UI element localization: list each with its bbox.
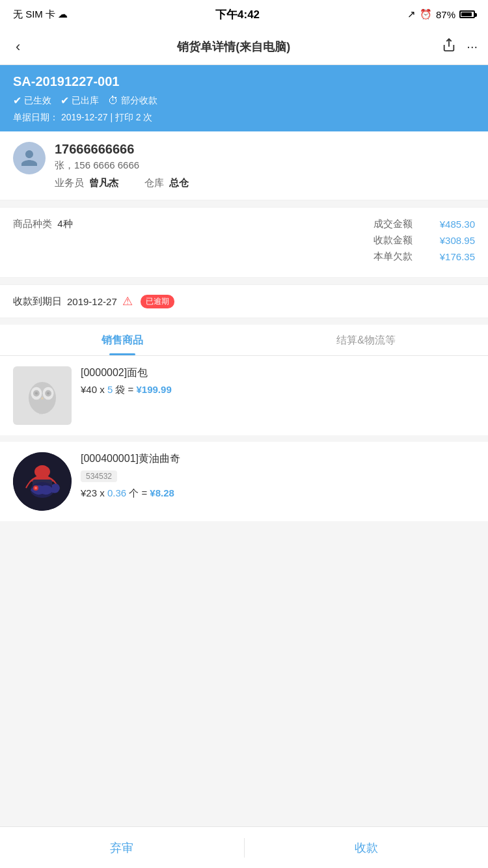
badge-shipped: ✔ 已出库 <box>61 94 99 107</box>
confirm-button[interactable]: 收款 <box>245 830 489 866</box>
amounts: 成交金额 ¥485.30 收款金额 ¥308.95 本单欠款 ¥176.35 <box>373 218 475 267</box>
tabs-section: 销售商品 结算&物流等 <box>0 325 488 356</box>
avatar <box>13 142 46 174</box>
product-price-1: ¥40 x 5 袋 = ¥199.99 <box>81 384 475 396</box>
cancel-button[interactable]: 弃审 <box>0 830 244 866</box>
alarm-icon: ⏰ <box>420 8 432 20</box>
price-value-1: ¥40 <box>81 384 97 395</box>
owl-icon: 品+ <box>20 373 65 418</box>
battery-icon <box>459 10 475 18</box>
price-x-2: x <box>100 487 107 498</box>
clock-icon: ⏱ <box>108 95 118 107</box>
customer-name: 17666666666 <box>55 142 475 157</box>
page-title: 销货单详情(来自电脑) <box>177 39 290 55</box>
summary-row: 商品种类 4种 成交金额 ¥485.30 收款金额 ¥308.95 本单欠款 ¥… <box>13 218 475 267</box>
product-item-2: [000400001]黄油曲奇 534532 ¥23 x 0.36 个 = ¥8… <box>0 442 488 521</box>
product-sku-badge: 534532 <box>81 470 117 482</box>
total-2: ¥8.28 <box>150 487 174 498</box>
qty-value-2: 0.36 <box>107 487 126 498</box>
due-date-value: 2019-12-27 <box>67 296 117 307</box>
header-banner: SA-20191227-001 ✔ 已生效 ✔ 已出库 ⏱ 部分收款 单据日期：… <box>0 65 488 131</box>
header-badges: ✔ 已生效 ✔ 已出库 ⏱ 部分收款 <box>13 94 475 107</box>
summary-section: 商品种类 4种 成交金额 ¥485.30 收款金额 ¥308.95 本单欠款 ¥… <box>0 207 488 278</box>
unit-1: 袋 <box>115 384 125 395</box>
deal-amount: 成交金额 ¥485.30 <box>373 218 475 230</box>
svg-point-7 <box>47 392 49 394</box>
product-name-1: [0000002]面包 <box>81 366 475 380</box>
product-list: 品+ [0000002]面包 ¥40 x 5 袋 = ¥199.99 <box>0 356 488 580</box>
customer-phone: 张，156 6666 6666 <box>55 159 475 172</box>
due-section: 收款到期日 2019-12-27 ⚠ 已逾期 <box>0 284 488 318</box>
status-left: 无 SIM 卡 ☁ <box>13 8 68 21</box>
equals-1: = <box>128 384 137 395</box>
product-name-2: [000400001]黄油曲奇 <box>81 452 475 466</box>
status-right: ↗ ⏰ 87% <box>407 8 475 20</box>
product-image-2 <box>13 452 72 511</box>
battery-level: 87% <box>436 9 455 20</box>
product-info-1: [0000002]面包 ¥40 x 5 袋 = ¥199.99 <box>81 366 475 396</box>
product-info-2: [000400001]黄油曲奇 534532 ¥23 x 0.36 个 = ¥8… <box>81 452 475 500</box>
badge-partial-payment: ⏱ 部分收款 <box>108 95 157 107</box>
person-icon <box>20 148 39 168</box>
check-icon-shipped: ✔ <box>61 94 69 107</box>
price-x-1: x <box>100 384 107 395</box>
warning-icon: ⚠ <box>122 294 133 308</box>
received-amount: 收款金额 ¥308.95 <box>373 234 475 247</box>
salesman-info: 业务员 曾凡杰 <box>55 177 118 189</box>
nav-bar: ‹ 销货单详情(来自电脑) ··· <box>0 29 488 65</box>
product-price-2: ¥23 x 0.36 个 = ¥8.28 <box>81 487 475 500</box>
product-thumbnail-2 <box>13 452 72 511</box>
product-types: 商品种类 4种 <box>13 218 73 230</box>
bottom-bar: 弃审 收款 <box>0 826 488 868</box>
overdue-badge: 已逾期 <box>141 295 174 308</box>
order-id: SA-20191227-001 <box>13 74 475 89</box>
share-icon[interactable] <box>442 38 456 55</box>
equals-2: = <box>141 487 150 498</box>
debt-amount: 本单欠款 ¥176.35 <box>373 251 475 263</box>
total-1: ¥199.99 <box>137 384 172 395</box>
order-date: 单据日期： 2019-12-27 | 打印 2 次 <box>13 112 475 124</box>
svg-text:品+: 品+ <box>39 411 45 414</box>
status-bar: 无 SIM 卡 ☁ 下午4:42 ↗ ⏰ 87% <box>0 0 488 29</box>
product-item: 品+ [0000002]面包 ¥40 x 5 袋 = ¥199.99 <box>0 356 488 435</box>
svg-point-6 <box>35 392 38 394</box>
customer-section: 17666666666 张，156 6666 6666 业务员 曾凡杰 仓库 总… <box>0 131 488 200</box>
nav-actions: ··· <box>442 38 478 55</box>
more-icon[interactable]: ··· <box>467 39 478 54</box>
qty-value-1: 5 <box>107 384 113 395</box>
back-button[interactable]: ‹ <box>10 33 25 61</box>
customer-info: 17666666666 张，156 6666 6666 业务员 曾凡杰 仓库 总… <box>55 142 475 189</box>
warehouse-info: 仓库 总仓 <box>144 177 189 189</box>
badge-active: ✔ 已生效 <box>13 94 51 107</box>
product-thumbnail-1: 品+ <box>13 366 72 425</box>
location-icon: ↗ <box>407 8 416 20</box>
check-icon-active: ✔ <box>13 94 21 107</box>
tab-sales-products[interactable]: 销售商品 <box>0 325 244 355</box>
tab-settlement[interactable]: 结算&物流等 <box>244 325 488 355</box>
price-value-2: ¥23 <box>81 487 97 498</box>
customer-meta: 业务员 曾凡杰 仓库 总仓 <box>55 177 475 189</box>
status-time: 下午4:42 <box>215 7 260 22</box>
unit-2: 个 <box>129 487 139 498</box>
tabs-row: 销售商品 结算&物流等 <box>0 325 488 355</box>
due-date-label: 收款到期日 <box>13 295 62 308</box>
svg-point-16 <box>34 487 37 489</box>
